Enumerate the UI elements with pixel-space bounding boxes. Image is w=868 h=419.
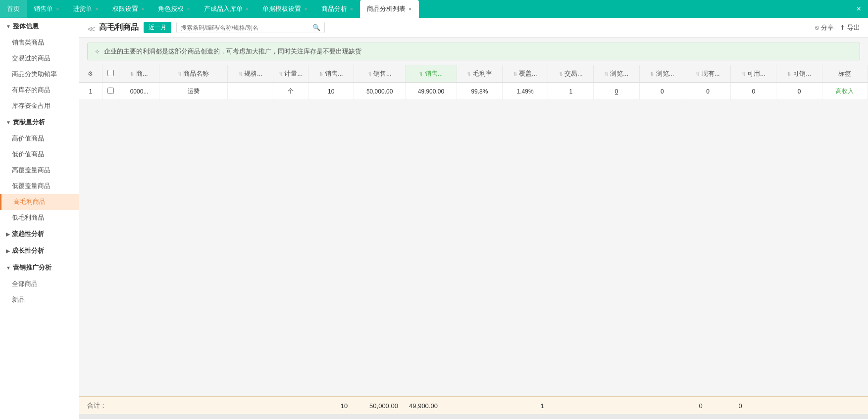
page-title: 高毛利商品 [99, 22, 139, 33]
sidebar-item-sales-goods[interactable]: 销售类商品 [0, 35, 79, 50]
cell-sales-amt: 50,000.00 [354, 83, 406, 100]
cell-tag: 高收入 [822, 83, 868, 100]
collapse-icon: ▼ [6, 24, 11, 29]
sidebar-item-low-margin[interactable]: 低毛利商品 [0, 210, 79, 226]
close-icon[interactable]: × [304, 6, 307, 12]
cell-current-stock: 0 [685, 83, 730, 100]
sidebar-section-marketing[interactable]: ▼ 营销推广分析 [0, 259, 79, 276]
nav-tab-sales[interactable]: 销售单 × [27, 0, 66, 18]
col-unit: ⇅ 计量... [273, 65, 308, 83]
sort-icon: ⇅ [696, 72, 700, 77]
sort-icon: ⇅ [279, 72, 283, 77]
nav-tab-home[interactable]: 首页 [0, 0, 27, 18]
sidebar-section-contribution[interactable]: ▼ 贡献量分析 [0, 114, 79, 131]
export-button[interactable]: ⬆ 导出 [840, 23, 860, 32]
close-icon[interactable]: × [95, 6, 98, 12]
cell-seq: 1 [79, 83, 102, 100]
sort-icon: ⇅ [178, 72, 182, 77]
collapse-icon: ▼ [6, 120, 11, 125]
close-icon[interactable]: × [246, 6, 249, 12]
search-input[interactable] [181, 24, 312, 31]
search-wrapper: 🔍 [176, 22, 325, 33]
close-icon[interactable]: × [187, 6, 190, 12]
sort-icon: ⇅ [319, 72, 323, 77]
select-all-checkbox[interactable] [107, 70, 114, 76]
sidebar-item-low-value[interactable]: 低价值商品 [0, 146, 79, 162]
sidebar-item-low-coverage[interactable]: 低覆盖量商品 [0, 178, 79, 194]
sidebar-item-high-margin[interactable]: 高毛利商品 [0, 194, 79, 210]
footer-sales-amt: 50,000.00 [364, 402, 404, 410]
table-row: 1 0000... 运费 个 10 50,000.00 49,900.00 99… [79, 83, 868, 100]
sort-icon: ⇅ [787, 72, 791, 77]
sidebar-item-in-stock[interactable]: 有库存的商品 [0, 82, 79, 98]
share-button[interactable]: ⎋ 分享 [815, 23, 834, 32]
col-name: ⇅ 商品名称 [159, 65, 227, 83]
sidebar-item-traded-goods[interactable]: 交易过的商品 [0, 50, 79, 66]
sidebar-section-growth[interactable]: ▶ 成长性分析 [0, 242, 79, 259]
nav-tab-permissions[interactable]: 权限设置 × [105, 0, 151, 18]
sort-icon: ⇅ [239, 72, 243, 77]
nav-close-all-button[interactable]: × [850, 4, 868, 13]
close-icon[interactable]: × [141, 6, 144, 12]
cell-unit: 个 [273, 83, 308, 100]
col-coverage: ⇅ 覆盖... [503, 65, 548, 83]
close-icon[interactable]: × [56, 6, 59, 12]
content-area: ≪ 高毛利商品 近一月 🔍 ⎋ 分享 ⬆ 导出 ✧ 企业的主要的利润都是这部 [79, 18, 868, 419]
sidebar-item-all-goods[interactable]: 全部商品 [0, 276, 79, 292]
cell-name: 运费 [159, 83, 227, 100]
col-transaction: ⇅ 交易... [548, 65, 594, 83]
col-sales-cost: ⇅ 销售... [406, 65, 457, 83]
col-available: ⇅ 可用... [731, 65, 776, 83]
cell-code: 0000... [119, 83, 159, 100]
cell-views1[interactable]: 0 [594, 83, 639, 100]
main-layout: ▼ 整体信息 销售类商品 交易过的商品 商品分类助销率 有库存的商品 库存资金占… [0, 18, 868, 419]
cell-saleable: 0 [776, 83, 822, 100]
sort-icon: ⇅ [467, 72, 471, 77]
cell-checkbox[interactable] [102, 83, 119, 100]
sidebar-item-high-value[interactable]: 高价值商品 [0, 131, 79, 146]
footer-sales-qty: 10 [324, 402, 364, 410]
sidebar-toggle-button[interactable]: ≪ [87, 24, 94, 31]
bottom-scrollbar[interactable] [79, 414, 868, 419]
footer-saleable: 0 [720, 402, 760, 410]
sidebar-section-overview[interactable]: ▼ 整体信息 [0, 18, 79, 35]
period-button[interactable]: 近一月 [144, 22, 171, 33]
col-settings[interactable]: ⚙ [79, 65, 102, 83]
sidebar-item-high-coverage[interactable]: 高覆盖量商品 [0, 162, 79, 178]
col-tag: 标签 [822, 65, 868, 83]
col-spec: ⇅ 规格... [228, 65, 273, 83]
cell-transaction: 1 [548, 83, 594, 100]
sidebar-section-trend[interactable]: ▶ 流趋性分析 [0, 226, 79, 242]
nav-tab-analysis-list[interactable]: 商品分析列表 × [360, 0, 418, 18]
nav-tab-inbound[interactable]: 产成品入库单 × [197, 0, 255, 18]
row-checkbox[interactable] [107, 88, 114, 94]
sort-icon: ⇅ [650, 72, 654, 77]
nav-tab-template[interactable]: 单据模板设置 × [255, 0, 314, 18]
cell-spec [228, 83, 273, 100]
col-checkbox[interactable] [102, 65, 119, 83]
table-container[interactable]: ⚙ ⇅ 商... ⇅ 商品名称 ⇅ 规格... [79, 65, 868, 396]
footer-values: 10 50,000.00 49,900.00 1 0 0 [126, 402, 860, 410]
close-icon[interactable]: × [350, 6, 353, 12]
sidebar-item-new-goods[interactable]: 新品 [0, 292, 79, 308]
nav-tab-analysis[interactable]: 商品分析 × [314, 0, 360, 18]
table-footer: 合计： 10 50,000.00 49,900.00 1 0 0 [79, 396, 868, 414]
nav-tab-roles[interactable]: 角色授权 × [151, 0, 197, 18]
expand-icon: ▶ [6, 248, 10, 254]
col-saleable: ⇅ 可销... [776, 65, 822, 83]
col-sales-amt: ⇅ 销售... [354, 65, 406, 83]
col-code: ⇅ 商... [119, 65, 159, 83]
sidebar-item-stock-capital[interactable]: 库存资金占用 [0, 98, 79, 114]
collapse-icon: ▼ [6, 265, 11, 271]
close-icon[interactable]: × [408, 6, 411, 12]
col-sales-qty: ⇅ 销售... [308, 65, 354, 83]
sort-icon: ⇅ [742, 72, 746, 77]
footer-sales-cost: 49,900.00 [404, 402, 443, 410]
sidebar-item-category-assist[interactable]: 商品分类助销率 [0, 66, 79, 82]
sidebar-section-contribution-items: 高价值商品 低价值商品 高覆盖量商品 低覆盖量商品 高毛利商品 低毛利商品 [0, 131, 79, 226]
col-views2: ⇅ 浏览... [639, 65, 685, 83]
search-icon[interactable]: 🔍 [312, 24, 320, 31]
sidebar-section-overview-items: 销售类商品 交易过的商品 商品分类助销率 有库存的商品 库存资金占用 [0, 35, 79, 114]
nav-tab-purchase[interactable]: 进货单 × [66, 0, 105, 18]
col-current-stock: ⇅ 现有... [685, 65, 730, 83]
